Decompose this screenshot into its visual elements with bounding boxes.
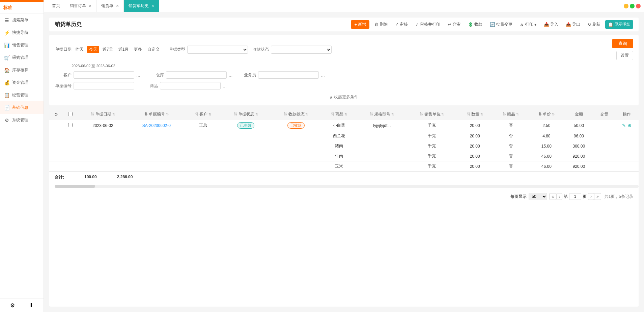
tab-sales-order[interactable]: 销售订单 ✕	[65, 0, 96, 12]
col-doc-status[interactable]: ⇅ 单据状态	[221, 109, 271, 120]
date-btn-custom[interactable]: 自定义	[145, 46, 162, 53]
sidebar-item-purchase-mgmt[interactable]: 🛒 采购管理	[0, 51, 44, 64]
tab-home[interactable]: 首页	[47, 0, 65, 12]
col-doc-no[interactable]: ⇅ 单据编号	[128, 109, 185, 120]
sidebar-item-search-menu[interactable]: ☰ 搜索菜单	[0, 14, 44, 26]
sidebar-item-sales-mgmt[interactable]: 📊 销售管理	[0, 39, 44, 51]
sidebar-item-quick-nav[interactable]: ⚡ 快捷导航	[0, 26, 44, 39]
filter-warehouse: 仓库 ...	[147, 71, 233, 79]
cell-trade	[593, 141, 615, 151]
sidebar-item-label: 系统管理	[12, 117, 28, 123]
edit-icon[interactable]: ✎	[622, 123, 626, 128]
sidebar-item-inventory-calc[interactable]: 🏠 库存核算	[0, 64, 44, 76]
warehouse-dots[interactable]: ...	[229, 72, 233, 78]
export-button[interactable]: 📤 导出	[563, 20, 583, 29]
col-settings[interactable]: ⚙	[49, 109, 63, 120]
audit-print-icon: ✓	[415, 22, 419, 27]
sidebar-item-finance-mgmt[interactable]: 💰 资金管理	[0, 76, 44, 89]
new-button[interactable]: + 新增	[351, 20, 369, 29]
col-goods[interactable]: ⇅ 商品	[321, 109, 357, 120]
tab-sales-delivery[interactable]: 销货单 ✕	[96, 0, 124, 12]
print-button[interactable]: 🖨 打印 ▾	[517, 20, 539, 29]
cell-customer: 王总	[185, 120, 221, 131]
win-maximize-btn[interactable]	[630, 4, 635, 8]
cell-doc-no	[128, 141, 185, 151]
doc-type-select[interactable]	[187, 46, 248, 54]
collect-button[interactable]: 💲 收款	[465, 20, 485, 29]
delete-button[interactable]: 🗑 删除	[371, 20, 390, 29]
tab-sales-delivery-close[interactable]: ✕	[116, 4, 119, 8]
tab-sales-order-close[interactable]: ✕	[89, 4, 91, 8]
date-btn-more[interactable]: 更多	[132, 46, 144, 53]
date-btn-7days[interactable]: 近7天	[101, 46, 115, 53]
salesman-dots[interactable]: ...	[321, 72, 325, 78]
page-title: 销货单历史	[55, 21, 82, 28]
col-spec[interactable]: ⇅ 规格型号	[357, 109, 407, 120]
batch-change-button[interactable]: 🔄 批量变更	[487, 20, 515, 29]
filter-collect-status: 收款状态 ▾	[252, 46, 329, 54]
cell-unit: 千克	[407, 141, 457, 151]
sidebar-collapse-icon[interactable]: ⏸	[28, 302, 33, 309]
doc-no-link[interactable]: SA-20230602-0	[142, 123, 171, 128]
tab-sales-history[interactable]: 销货单历史 ✕	[124, 0, 159, 12]
show-detail-button[interactable]: 📋 显示明细	[605, 20, 633, 29]
cell-doc-date	[78, 131, 128, 141]
doc-no-input[interactable]	[74, 82, 134, 89]
set-button[interactable]: 设置	[616, 51, 633, 60]
cell-settings	[49, 161, 63, 172]
date-btn-today[interactable]: 今天	[87, 46, 99, 53]
tab-sales-history-close[interactable]: ✕	[151, 4, 154, 8]
customer-dots[interactable]: ...	[136, 72, 140, 78]
col-unit[interactable]: ⇅ 销售单位	[407, 109, 457, 120]
filter-doc-no: 单据编号	[55, 82, 134, 89]
refresh-button[interactable]: ↻ 刷新	[585, 20, 603, 29]
cell-settings	[49, 151, 63, 161]
doc-type-label: 单据类型	[168, 47, 185, 52]
page-number-input[interactable]	[569, 193, 581, 200]
filter-row-2: 客户 ... 仓库 ... 业务员 ...	[55, 71, 633, 79]
prev-page-button[interactable]: ‹	[556, 193, 562, 200]
copy-icon[interactable]: ⊕	[628, 123, 632, 128]
scrollbar-thumb[interactable]	[55, 185, 95, 188]
warehouse-input[interactable]	[166, 71, 227, 79]
audit-button[interactable]: ✓ 审核	[392, 20, 411, 29]
col-gift[interactable]: ⇅ 赠品	[493, 109, 529, 120]
cell-goods: 牛肉	[321, 151, 357, 161]
abandon-button[interactable]: ↩ 弃审	[445, 20, 463, 29]
cell-spec	[357, 161, 407, 172]
salesman-input[interactable]	[258, 71, 319, 79]
collapse-button[interactable]: ∧ 收起更多条件	[55, 93, 633, 101]
col-collect-status[interactable]: ⇅ 收款状态	[271, 109, 321, 120]
collect-status-select[interactable]	[271, 46, 332, 54]
col-price[interactable]: ⇅ 单价	[529, 109, 564, 120]
import-button[interactable]: 📥 导入	[541, 20, 561, 29]
col-doc-date[interactable]: ⇅ 单据日期	[78, 109, 128, 120]
date-btn-1month[interactable]: 近1月	[116, 46, 131, 53]
sidebar-item-sys-mgmt[interactable]: ⚙ 系统管理	[0, 114, 44, 126]
customer-input[interactable]	[74, 71, 134, 79]
cell-doc-status	[221, 141, 271, 151]
horizontal-scrollbar[interactable]	[49, 183, 639, 190]
sidebar-item-base-info[interactable]: 📄 基础信息	[0, 101, 44, 114]
select-all-checkbox[interactable]	[68, 112, 73, 116]
sidebar-settings-icon[interactable]: ⚙	[10, 302, 15, 309]
next-page-button[interactable]: ›	[588, 193, 594, 200]
last-page-button[interactable]: »	[594, 193, 601, 200]
col-customer[interactable]: ⇅ 客户	[185, 109, 221, 120]
per-page-select[interactable]: 50 100	[529, 193, 547, 200]
per-page-label: 每页显示	[510, 194, 527, 200]
query-button[interactable]: 查询	[612, 39, 633, 48]
cell-doc-no	[128, 151, 185, 161]
row-checkbox[interactable]	[68, 123, 73, 127]
goods-input[interactable]	[160, 82, 221, 89]
audit-print-button[interactable]: ✓ 审核并打印	[413, 20, 443, 29]
sidebar-item-ops-mgmt[interactable]: 📋 经营管理	[0, 89, 44, 101]
goods-dots[interactable]: ...	[223, 83, 227, 88]
win-minimize-btn[interactable]	[624, 4, 628, 8]
win-close-btn[interactable]	[636, 4, 641, 8]
cell-gift: 否	[493, 161, 529, 172]
col-qty[interactable]: ⇅ 数量	[457, 109, 493, 120]
date-btn-yesterday[interactable]: 昨天	[74, 46, 86, 53]
first-page-button[interactable]: «	[549, 193, 556, 200]
cell-checkbox	[63, 161, 78, 172]
